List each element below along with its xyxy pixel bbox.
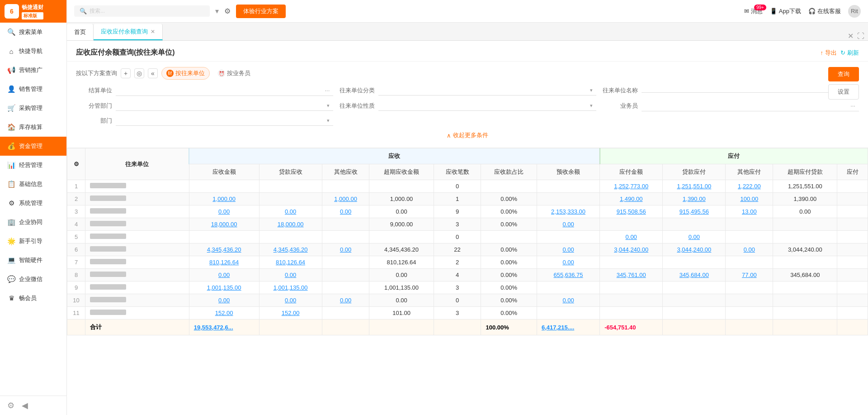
sidebar-item-system[interactable]: ⚙ 系统管理: [0, 194, 66, 213]
sidebar-item-operations[interactable]: 📊 经营管理: [0, 156, 66, 175]
row-loan-ar-5[interactable]: [259, 231, 322, 243]
row-loan-ap-2[interactable]: 1,390.00: [663, 193, 726, 205]
row-ap-amount-2[interactable]: 1,490.00: [600, 193, 663, 205]
sidebar-item-purchase[interactable]: 🛒 采购管理: [0, 99, 66, 118]
row-other-ar-7[interactable]: [322, 256, 369, 269]
row-prepay-2[interactable]: [537, 193, 599, 205]
messages-btn[interactable]: ✉ 消息 99+: [744, 7, 763, 15]
row-loan-ap-11[interactable]: [663, 307, 726, 320]
tab-ar-ap-close[interactable]: ✕: [151, 29, 155, 35]
row-other-ar-4[interactable]: [322, 218, 369, 231]
tab-maximize[interactable]: ⛶: [857, 32, 864, 40]
salesman-input[interactable]: ···: [642, 100, 859, 111]
row-ap-amount-11[interactable]: [600, 307, 663, 320]
sidebar-item-wechat[interactable]: 💬 企业微信: [0, 270, 66, 289]
row-prepay-10[interactable]: 0.00: [537, 294, 599, 307]
row-ar-amount-10[interactable]: 0.00: [189, 294, 259, 307]
sidebar-item-sales[interactable]: 👤 销售管理: [0, 80, 66, 99]
refresh-button[interactable]: ↻ 刷新: [840, 49, 859, 57]
row-loan-ar-7[interactable]: 810,126.64: [259, 256, 322, 269]
row-ar-amount-2[interactable]: 1,000.00: [189, 193, 259, 205]
row-other-ar-1[interactable]: [322, 180, 369, 193]
row-ap-amount-6[interactable]: 3,044,240.00: [600, 243, 663, 256]
filter-tab-by-salesman[interactable]: ⏰ 按业务员: [213, 67, 255, 79]
filter-options-btn[interactable]: ◎: [134, 68, 144, 78]
filter-add-btn[interactable]: +: [121, 68, 131, 78]
row-other-ap-6[interactable]: 0.00: [726, 243, 773, 256]
row-other-ap-8[interactable]: 77.00: [726, 269, 773, 281]
row-other-ap-11[interactable]: [726, 307, 773, 320]
row-other-ar-3[interactable]: 0.00: [322, 205, 369, 218]
row-ap-amount-9[interactable]: [600, 281, 663, 294]
user-avatar[interactable]: Rit: [848, 5, 861, 18]
row-loan-ar-9[interactable]: 1,001,135.00: [259, 281, 322, 294]
row-prepay-1[interactable]: [537, 180, 599, 193]
collapse-sidebar-icon[interactable]: ◀: [22, 401, 28, 410]
row-prepay-8[interactable]: 655,636.75: [537, 269, 599, 281]
dept-select[interactable]: ▾: [116, 101, 333, 111]
row-loan-ar-2[interactable]: [259, 193, 322, 205]
sidebar-item-finance[interactable]: 💰 资金管理: [0, 137, 66, 156]
setting-button[interactable]: 设置: [828, 84, 859, 100]
row-other-ap-10[interactable]: [726, 294, 773, 307]
row-loan-ap-6[interactable]: 3,044,240.00: [663, 243, 726, 256]
row-loan-ap-7[interactable]: [663, 256, 726, 269]
sidebar-item-shortcut[interactable]: ⌂ 快捷导航: [0, 42, 66, 61]
department-select[interactable]: ▾: [116, 116, 333, 126]
sidebar-item-search[interactable]: 🔍 搜索菜单: [0, 23, 66, 42]
row-other-ap-7[interactable]: [726, 256, 773, 269]
row-loan-ap-8[interactable]: 345,684.00: [663, 269, 726, 281]
sidebar-item-inventory[interactable]: 🏠 库存核算: [0, 118, 66, 137]
row-other-ar-2[interactable]: 1,000.00: [322, 193, 369, 205]
row-other-ar-10[interactable]: 0.00: [322, 294, 369, 307]
row-ar-amount-4[interactable]: 18,000.00: [189, 218, 259, 231]
row-prepay-6[interactable]: 0.00: [537, 243, 599, 256]
row-other-ar-9[interactable]: [322, 281, 369, 294]
row-other-ap-1[interactable]: 1,222.00: [726, 180, 773, 193]
topbar-dropdown-icon[interactable]: ▾: [215, 7, 219, 15]
row-loan-ar-1[interactable]: [259, 180, 322, 193]
row-prepay-7[interactable]: 0.00: [537, 256, 599, 269]
row-other-ap-3[interactable]: 13.00: [726, 205, 773, 218]
row-ar-amount-3[interactable]: 0.00: [189, 205, 259, 218]
settings-icon[interactable]: ⚙: [7, 401, 14, 410]
row-ap-amount-1[interactable]: 1,252,773.00: [600, 180, 663, 193]
tab-close-window[interactable]: ✕: [848, 32, 854, 40]
row-ar-amount-1[interactable]: [189, 180, 259, 193]
row-ar-amount-7[interactable]: 810,126.64: [189, 256, 259, 269]
row-loan-ar-11[interactable]: 152.00: [259, 307, 322, 320]
footer-ar-amount[interactable]: 19,553,472,6...: [189, 320, 259, 335]
row-prepay-9[interactable]: [537, 281, 599, 294]
row-other-ar-5[interactable]: [322, 231, 369, 243]
row-other-ar-8[interactable]: [322, 269, 369, 281]
row-other-ar-6[interactable]: 0.00: [322, 243, 369, 256]
row-ar-amount-5[interactable]: [189, 231, 259, 243]
row-ap-amount-10[interactable]: [600, 294, 663, 307]
row-loan-ap-4[interactable]: [663, 218, 726, 231]
row-ap-amount-3[interactable]: 915,508.56: [600, 205, 663, 218]
row-ap-amount-4[interactable]: [600, 218, 663, 231]
row-loan-ar-10[interactable]: 0.00: [259, 294, 322, 307]
topbar-gear-icon[interactable]: ⚙: [224, 7, 231, 15]
partner-name-input[interactable]: [642, 89, 859, 93]
sidebar-item-enterprise[interactable]: 🏢 企业协同: [0, 213, 66, 232]
row-prepay-4[interactable]: 0.00: [537, 218, 599, 231]
footer-prepay[interactable]: 6,417,215....: [537, 320, 599, 335]
filter-collapse-btn[interactable]: «: [148, 68, 158, 78]
row-loan-ar-6[interactable]: 4,345,436.20: [259, 243, 322, 256]
sidebar-item-marketing[interactable]: 📢 营销推广: [0, 61, 66, 80]
row-loan-ap-3[interactable]: 915,495.56: [663, 205, 726, 218]
row-prepay-5[interactable]: [537, 231, 599, 243]
row-other-ap-5[interactable]: [726, 231, 773, 243]
row-loan-ap-1[interactable]: 1,251,551.00: [663, 180, 726, 193]
row-loan-ap-5[interactable]: 0.00: [663, 231, 726, 243]
row-loan-ar-8[interactable]: 0.00: [259, 269, 322, 281]
table-settings-icon[interactable]: ⚙: [74, 161, 79, 167]
partner-nature-select[interactable]: ▾: [378, 101, 596, 111]
trial-button[interactable]: 体验行业方案: [236, 5, 286, 18]
row-ap-amount-5[interactable]: 0.00: [600, 231, 663, 243]
row-ar-amount-11[interactable]: 152.00: [189, 307, 259, 320]
row-ar-amount-6[interactable]: 4,345,436.20: [189, 243, 259, 256]
tab-home[interactable]: 首页: [67, 24, 94, 40]
row-ap-amount-8[interactable]: 345,761.00: [600, 269, 663, 281]
